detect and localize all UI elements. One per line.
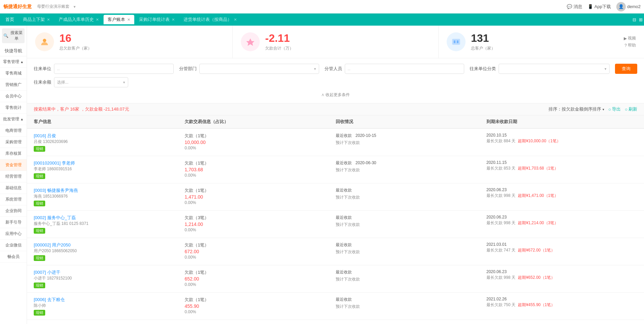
logo-sub: 母婴行业演示账套 xyxy=(37,4,69,9)
tab-product-history-close[interactable]: ✕ xyxy=(96,18,99,22)
tab-goods-status[interactable]: 商品上下架 ✕ xyxy=(19,15,54,24)
sidebar-item-corp-wechat[interactable]: 企业微信 xyxy=(0,240,27,251)
debt-info-cell: 欠款（1笔） 672.00 0.00% xyxy=(185,242,335,260)
dropdown-arrow[interactable]: ▾ xyxy=(74,4,76,9)
tab-customer-account[interactable]: 客户账本 ✕ xyxy=(104,15,134,24)
source-unit-input[interactable]: ... xyxy=(54,64,174,74)
overdue-link[interactable]: 超期¥1,703.68（1笔） xyxy=(518,166,558,171)
tab-bar-right: ⊟ ⊞ xyxy=(633,17,643,22)
table-row: [0003] 畅捷服务尹海燕 海燕 18513066976 现销 欠款（1笔） … xyxy=(27,183,644,211)
export-btn[interactable]: ○ 导出 xyxy=(608,106,621,112)
collect-status-cell: 最近收款 2020-06-30 预计下次收款 xyxy=(336,160,486,173)
customer-name-link[interactable]: 李老师 xyxy=(62,160,75,166)
overdue-date: 2020.06.23 xyxy=(486,215,637,219)
sidebar-item-ecom-mgmt[interactable]: 电商管理 xyxy=(0,125,27,137)
collect-status-cell: 最近收款 预计下次收款 xyxy=(336,242,486,255)
manager-input[interactable]: ... xyxy=(345,64,465,74)
customer-name-link[interactable]: 小进干 xyxy=(47,270,60,275)
tab-purchase-stats-close[interactable]: ✕ xyxy=(234,18,237,22)
tab-product-history[interactable]: 产成品入库单历史 ✕ xyxy=(55,15,103,24)
overdue-days: 最长欠款 998 天 超期¥1,214.00（3笔） xyxy=(486,220,637,226)
customer-name-link[interactable]: 用户2050 xyxy=(52,242,71,247)
video-link[interactable]: ▶ 视频 xyxy=(624,35,636,41)
debt-info-cell: 欠款（1笔） 1,703.68 0.00% xyxy=(185,160,335,178)
tab-customer-account-label: 客户账本 xyxy=(108,17,125,23)
debt-count: 欠款（1笔） xyxy=(185,133,335,139)
sort-select[interactable]: 排序：按欠款金额倒序排序 ▾ xyxy=(549,106,604,112)
balance-select[interactable]: 选择... ▾ xyxy=(54,77,128,87)
avatar: 👤 xyxy=(616,2,626,11)
sidebar-item-purchase-mgmt[interactable]: 采购管理 xyxy=(0,137,27,148)
tab-minimize-btn[interactable]: ⊟ xyxy=(633,17,636,22)
sidebar-item-ops-mgmt[interactable]: 经营管理 xyxy=(0,171,27,182)
sidebar-item-inventory[interactable]: 库存核算 xyxy=(0,148,27,159)
overdue-link[interactable]: 超期¥10,000.00（1笔） xyxy=(518,139,561,143)
debt-percent: 0.00% xyxy=(185,200,335,205)
overdue-link[interactable]: 超期¥652.00（1笔） xyxy=(518,275,555,280)
phone-icon: 📱 xyxy=(588,4,593,9)
sidebar-item-vip-member[interactable]: 畅会员 xyxy=(0,251,27,263)
sidebar-item-corp-collab[interactable]: 企业协同 xyxy=(0,205,27,217)
debt-info-cell: 欠款（1笔） 455.90 0.00% xyxy=(185,297,335,314)
refresh-btn[interactable]: ○ 刷新 xyxy=(625,106,637,112)
sidebar-marketing-label: 营销推广 xyxy=(5,82,22,88)
sidebar-item-batch-mgmt[interactable]: 批发管理 ▲ xyxy=(0,114,27,125)
tab-purchase-order-close[interactable]: ✕ xyxy=(172,18,175,22)
tab-goods-status-close[interactable]: ✕ xyxy=(47,18,50,22)
sidebar-item-sys-mgmt[interactable]: 系统管理 xyxy=(0,194,27,205)
tab-purchase-order[interactable]: 采购订单统计表 ✕ xyxy=(135,15,179,24)
overdue-date-cell: 2020.06.23 最长欠款 998 天 超期¥1,471.00（1笔） xyxy=(486,187,637,199)
collect-status-cell: 最近收款 预计下次收款 xyxy=(336,187,486,200)
unit-category-select[interactable]: ▾ xyxy=(499,64,610,74)
sidebar-quick-nav[interactable]: 快捷导航 xyxy=(0,46,27,56)
customer-name-link[interactable]: 去下粮仓 xyxy=(47,297,65,302)
collapse-btn[interactable]: ∧ 收起更多条件 xyxy=(34,91,637,100)
table-row: [0002] 服务中心_丁磊 服务中心_丁磊 181 0125 8371 现销 … xyxy=(27,211,644,238)
message-btn[interactable]: 💬 消息 xyxy=(567,4,582,10)
logo-text: 畅捷通好生意 xyxy=(3,4,32,10)
video-icon: ▶ xyxy=(624,36,627,41)
overdue-link[interactable]: 超期¥672.00（1笔） xyxy=(518,248,555,253)
sidebar-item-retail-stats[interactable]: 零售统计 xyxy=(0,102,27,114)
overdue-link[interactable]: 超期¥1,471.00（1笔） xyxy=(518,193,558,198)
sidebar-item-base-info[interactable]: 基础信息 xyxy=(0,182,27,194)
app-download-btn[interactable]: 📱 App下载 xyxy=(588,4,611,10)
sidebar-item-retail-store[interactable]: 零售商城 xyxy=(0,68,27,79)
customer-name-link[interactable]: 吕俊 xyxy=(47,133,56,138)
query-button[interactable]: 查询 xyxy=(615,64,637,74)
sidebar-item-capital-mgmt[interactable]: 资金管理 xyxy=(0,159,27,171)
export-icon: ○ xyxy=(608,107,611,112)
user-btn[interactable]: 👤 demo2 xyxy=(616,2,641,11)
sidebar-item-member-center[interactable]: 会员中心 xyxy=(0,91,27,102)
help-label: 帮助 xyxy=(628,42,636,48)
overdue-link[interactable]: 超期¥1,214.00（3笔） xyxy=(518,220,558,225)
table-row: [0016] 吕俊 吕俊 13026203696 现销 欠款（1笔） 10,00… xyxy=(27,129,644,156)
customer-info-cell: [0003] 畅捷服务尹海燕 海燕 18513066976 现销 xyxy=(34,187,185,206)
collect-next: 预计下次收款 xyxy=(336,195,486,200)
overdue-days: 最长欠款 750 天 超期¥455.90（1笔） xyxy=(486,302,637,308)
collect-status-cell: 最近收款 2020-10-15 预计下次收款 xyxy=(336,133,486,146)
sidebar-base-info-label: 基础信息 xyxy=(5,185,22,191)
help-link[interactable]: ? 帮助 xyxy=(624,42,636,48)
username: demo2 xyxy=(627,4,641,9)
sidebar-nav: 零售管理 ▲ 零售商城 营销推广 会员中心 零售统计 批发管理 ▲ 电商管理 xyxy=(0,56,27,263)
tab-maximize-btn[interactable]: ⊞ xyxy=(639,17,643,22)
tab-home[interactable]: 首页 xyxy=(1,15,18,24)
customer-name-link[interactable]: 畅捷服务尹海燕 xyxy=(47,188,78,193)
customer-code: [000002] xyxy=(34,242,51,247)
sidebar-item-retail-mgmt[interactable]: 零售管理 ▲ xyxy=(0,56,27,68)
tab-purchase-stats[interactable]: 进货单统计表（按商品） ✕ xyxy=(179,15,241,24)
col-customer-info: 客户信息 xyxy=(34,119,185,125)
filter-manager-label: 分管人员 xyxy=(325,66,342,72)
department-select[interactable]: ▾ xyxy=(199,64,319,74)
sidebar-item-marketing[interactable]: 营销推广 xyxy=(0,79,27,91)
overdue-date: 2021.03.01 xyxy=(486,242,637,247)
sidebar-item-app-center[interactable]: 应用中心 xyxy=(0,228,27,240)
debt-count: 欠款（1笔） xyxy=(185,160,335,166)
sidebar-search-btn[interactable]: 🔍 搜索菜单 xyxy=(2,28,25,43)
sidebar-item-new-guide[interactable]: 新手引导 xyxy=(0,217,27,228)
overdue-link[interactable]: 超期¥455.90（1笔） xyxy=(518,302,555,307)
filter-dept-label: 分管部门 xyxy=(179,66,197,72)
customer-name-link[interactable]: 服务中心_丁磊 xyxy=(47,215,76,220)
tab-customer-account-close[interactable]: ✕ xyxy=(127,18,130,22)
